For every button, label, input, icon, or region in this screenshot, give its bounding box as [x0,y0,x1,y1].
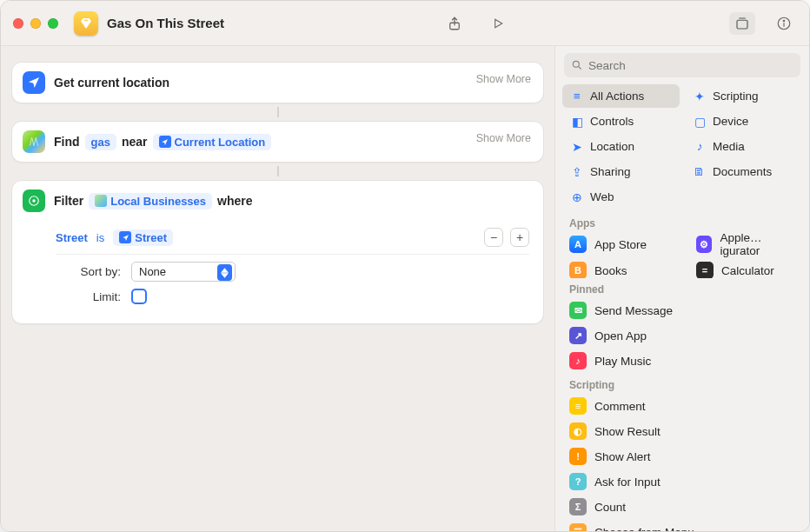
query-token[interactable]: gas [85,134,116,150]
near-label: near [122,135,148,149]
window-controls [13,18,58,29]
action-title: Get current location [54,76,169,90]
current-location-token[interactable]: Current Location [153,134,272,150]
svg-point-5 [32,199,36,203]
pinned-open-app[interactable]: ↗Open App [562,323,802,348]
scripting-section-label: Scripting [555,374,809,393]
search-field[interactable] [564,53,800,77]
category-media[interactable]: ♪Media [685,135,802,158]
location-arrow-icon [159,136,171,148]
category-documents[interactable]: 🗎Documents [685,160,802,183]
titlebar: Gas On This Street [1,1,809,46]
filter-condition-row: Street is Street − + [56,221,529,255]
scripting-show-alert[interactable]: !Show Alert [562,444,802,469]
svg-point-6 [573,61,579,67]
category-all-actions[interactable]: ≡All Actions [562,84,680,108]
stepper-icon [217,264,232,281]
action-find-places[interactable]: Find gas near Current Location Show More [11,121,544,163]
sort-by-label: Sort by: [56,265,121,278]
sort-value: None [139,265,166,278]
category-scripting[interactable]: ✦Scripting [685,84,802,108]
show-more-button[interactable]: Show More [476,73,531,85]
workflow-editor[interactable]: Get current location Show More Find gas … [1,46,554,531]
location-arrow-icon [119,231,131,243]
source-token[interactable]: Local Businesses [89,193,212,209]
filter-field[interactable]: Street [56,231,88,244]
scripting-count[interactable]: ΣCount [562,495,802,519]
scripting-choose-menu[interactable]: ☰Choose from Menu [562,520,802,531]
scripting-ask-input[interactable]: ?Ask for Input [562,469,802,494]
find-verb: Find [54,135,80,149]
filter-value-token[interactable]: Street [113,229,173,246]
limit-checkbox[interactable] [131,289,147,304]
limit-label: Limit: [56,290,121,303]
sort-by-picker[interactable]: None [131,262,236,282]
search-icon [571,59,583,71]
category-device[interactable]: ▢Device [685,110,802,133]
pinned-send-message[interactable]: ✉Send Message [562,298,802,323]
library-toggle[interactable] [729,12,755,35]
action-filter[interactable]: Filter Local Businesses where Street is [11,180,544,324]
filter-operator[interactable]: is [96,231,104,244]
svg-rect-1 [737,20,747,29]
category-controls[interactable]: ◧Controls [562,110,680,133]
category-sharing[interactable]: ⇪Sharing [562,160,680,183]
category-grid: ≡All Actions ✦Scripting ◧Controls ▢Devic… [555,83,809,212]
close-window[interactable] [13,18,23,29]
zoom-window[interactable] [48,18,58,29]
app-books[interactable]: BBooks [562,258,675,278]
where-label: where [217,194,252,208]
svg-point-3 [783,20,785,22]
location-arrow-icon [23,71,45,94]
maps-app-icon [95,195,107,207]
filter-verb: Filter [54,194,83,208]
window-title: Gas On This Street [107,16,224,30]
show-more-button[interactable]: Show More [476,132,531,144]
apps-section-label: Apps [555,212,809,231]
app-appstore[interactable]: AApp Store [562,232,675,256]
connector [11,166,544,176]
action-library: ≡All Actions ✦Scripting ◧Controls ▢Devic… [554,46,809,531]
pinned-play-music[interactable]: ♪Play Music [562,349,802,373]
category-location[interactable]: ➤Location [562,135,680,158]
app-calculator[interactable]: =Calculator [689,258,802,278]
search-input[interactable] [588,59,793,72]
run-button[interactable] [486,11,510,36]
info-button[interactable] [771,12,797,35]
minimize-window[interactable] [30,18,41,29]
scripting-show-result[interactable]: ◐Show Result [562,419,802,443]
action-get-current-location[interactable]: Get current location Show More [11,62,544,103]
remove-condition-button[interactable]: − [484,228,503,247]
share-button[interactable] [442,11,467,36]
category-web[interactable]: ⊕Web [562,185,680,209]
connector [11,107,544,117]
app-configurator[interactable]: ⚙Apple…igurator [689,232,802,256]
maps-app-icon [23,130,45,153]
add-condition-button[interactable]: + [510,228,529,247]
shortcuts-window: Gas On This Street [0,0,810,532]
pinned-section-label: Pinned [555,278,809,297]
filter-action-icon [23,190,45,212]
shortcut-document-icon [74,11,98,36]
scripting-comment[interactable]: ≡Comment [562,394,802,418]
